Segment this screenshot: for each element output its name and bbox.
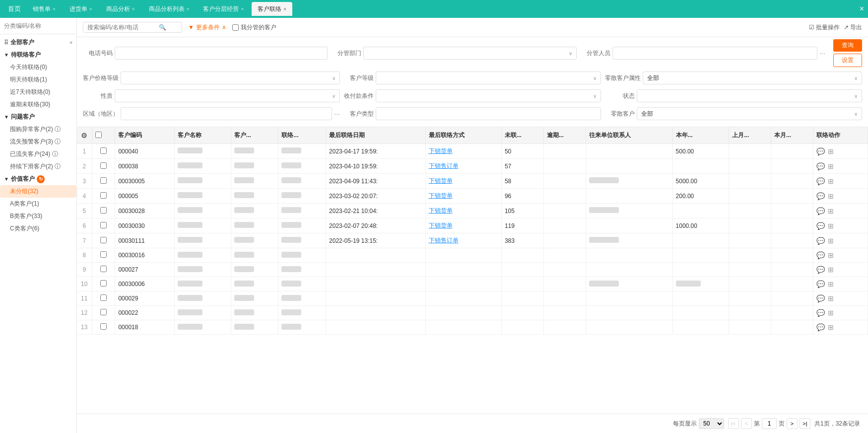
retail-attr-select[interactable]: 全部 ∨ [643, 72, 862, 84]
sidebar-item-7days[interactable]: 近7天待联络(0) [0, 86, 76, 98]
chat-icon[interactable]: 💬 [816, 309, 825, 317]
grid-action-icon[interactable]: ⊞ [828, 147, 834, 155]
region-select[interactable] [121, 107, 332, 120]
chat-icon[interactable]: 💬 [816, 266, 825, 274]
grid-action-icon[interactable]: ⊞ [828, 266, 834, 274]
row-checkbox[interactable] [100, 192, 107, 199]
search-icon[interactable]: 🔍 [159, 24, 166, 31]
chat-icon[interactable]: 💬 [816, 237, 825, 245]
export-button[interactable]: ↗ 导出 [844, 23, 862, 32]
grid-action-icon[interactable]: ⊞ [828, 222, 834, 230]
group-problem[interactable]: ▼ 问题客户 [0, 111, 76, 123]
row-checkbox[interactable] [100, 207, 107, 214]
th-gear[interactable]: ⚙ [77, 127, 92, 144]
chat-icon[interactable]: 💬 [816, 251, 825, 259]
my-customers-check[interactable] [232, 24, 239, 31]
row-checkbox[interactable] [100, 147, 107, 154]
sidebar-search-input[interactable] [4, 22, 77, 29]
sidebar-item-declining[interactable]: 持续下滑客户(2) ⓘ [0, 160, 76, 173]
sidebar-item-c-class[interactable]: C类客户(6) [0, 222, 76, 235]
sidebar-item-lost[interactable]: 已流失客户(24) ⓘ [0, 148, 76, 160]
close-tier-tab[interactable]: × [241, 6, 244, 12]
price-level-select[interactable]: ∨ [121, 72, 340, 84]
chat-icon[interactable]: 💬 [816, 323, 825, 331]
page-input[interactable] [762, 418, 777, 429]
tab-sales[interactable]: 销售单 × [27, 2, 62, 16]
grid-action-icon[interactable]: ⊞ [828, 280, 834, 288]
select-all-checkbox[interactable] [95, 132, 102, 138]
close-sales-tab[interactable]: × [53, 6, 56, 12]
sidebar-item-today[interactable]: 今天待联络(0) [0, 61, 76, 73]
sidebar-item-a-class[interactable]: A类客户(1) [0, 198, 76, 210]
payment-select[interactable]: ∨ [376, 89, 601, 102]
tab-customer-tier[interactable]: 客户分层经营 × [197, 2, 250, 16]
group-value[interactable]: ▼ 价值客户 ↻ [0, 173, 76, 185]
tab-customer-contact[interactable]: 客户联络 × [252, 2, 292, 16]
sidebar-item-abnormal[interactable]: 囤购异常客户(2) ⓘ [0, 123, 76, 136]
sidebar-item-ungroup[interactable]: 未分组(32) [0, 185, 76, 198]
row-checkbox[interactable] [100, 266, 107, 272]
chat-icon[interactable]: 💬 [816, 177, 825, 185]
phone-input[interactable] [115, 47, 328, 60]
tab-product-analysis[interactable]: 商品分析 × [100, 2, 141, 16]
chat-icon[interactable]: 💬 [816, 207, 825, 215]
cust-level-select[interactable]: ∨ [376, 72, 601, 84]
sidebar-item-b-class[interactable]: B类客户(33) [0, 210, 76, 222]
per-page-select[interactable]: 50 100 200 [699, 418, 724, 429]
grid-action-icon[interactable]: ⊞ [828, 192, 834, 200]
person-dots[interactable]: ··· [819, 49, 825, 57]
close-contact-tab[interactable]: × [283, 6, 286, 12]
prev-page-button[interactable]: < [741, 418, 752, 429]
chat-icon[interactable]: 💬 [816, 147, 825, 155]
grid-action-icon[interactable]: ⊞ [828, 177, 834, 185]
reset-button[interactable]: 设置 [833, 54, 862, 67]
grid-action-icon[interactable]: ⊞ [828, 207, 834, 215]
home-tab[interactable]: 首页 [4, 4, 25, 13]
dept-select[interactable]: ∨ [363, 47, 576, 60]
grid-action-icon[interactable]: ⊞ [828, 294, 834, 302]
row-checkbox[interactable] [100, 280, 107, 287]
region-dots[interactable]: ··· [334, 110, 340, 118]
grid-action-icon[interactable]: ⊞ [828, 237, 834, 245]
row-checkbox[interactable] [100, 222, 107, 228]
batch-op-button[interactable]: ☑ 批量操作 [809, 23, 840, 32]
close-all-icon[interactable]: × [860, 4, 864, 13]
row-checkbox[interactable] [100, 294, 107, 301]
last-way-link[interactable]: 下销货单 [429, 177, 453, 184]
grid-action-icon[interactable]: ⊞ [828, 251, 834, 259]
grid-action-icon[interactable]: ⊞ [828, 162, 834, 170]
first-page-button[interactable]: |< [728, 418, 739, 429]
row-checkbox[interactable] [100, 323, 107, 330]
tab-purchase[interactable]: 进货单 × [64, 2, 98, 16]
row-checkbox[interactable] [100, 177, 107, 184]
sidebar-item-tomorrow[interactable]: 明天待联络(1) [0, 73, 76, 86]
last-way-link[interactable]: 下销货单 [429, 147, 453, 154]
sidebar-item-lostwarning[interactable]: 流失预警客户(3) ⓘ [0, 136, 76, 148]
nature-select[interactable]: ∨ [115, 89, 340, 102]
last-way-link[interactable]: 下销货单 [429, 222, 453, 229]
more-conditions-btn[interactable]: ▼ 更多条件 ∧ [188, 23, 226, 32]
collapse-icon[interactable]: « [69, 40, 72, 45]
last-page-button[interactable]: >| [800, 418, 810, 429]
tab-product-analysis-list[interactable]: 商品分析列表 × [143, 2, 196, 16]
close-purchase-tab[interactable]: × [89, 6, 92, 12]
settings-icon[interactable]: ⚙ [81, 132, 87, 140]
cust-type-input[interactable] [376, 107, 601, 120]
search-input[interactable] [87, 24, 157, 31]
status-select[interactable]: ∨ [637, 89, 862, 102]
chat-icon[interactable]: 💬 [816, 222, 825, 230]
chat-icon[interactable]: 💬 [816, 294, 825, 302]
row-checkbox[interactable] [100, 162, 107, 169]
last-way-link[interactable]: 下销货单 [429, 207, 453, 214]
chat-icon[interactable]: 💬 [816, 162, 825, 170]
row-checkbox[interactable] [100, 237, 107, 243]
person-input[interactable] [612, 47, 818, 60]
row-checkbox[interactable] [100, 309, 107, 315]
close-analysis-tab[interactable]: × [132, 6, 135, 12]
next-page-button[interactable]: > [787, 418, 798, 429]
last-way-link[interactable]: 下销售订单 [429, 162, 459, 169]
close-analysis-list-tab[interactable]: × [187, 6, 190, 12]
grid-action-icon[interactable]: ⊞ [828, 309, 834, 317]
group-waiting[interactable]: ▼ 待联络客户 [0, 49, 76, 61]
last-way-link[interactable]: 下销货单 [429, 192, 453, 199]
